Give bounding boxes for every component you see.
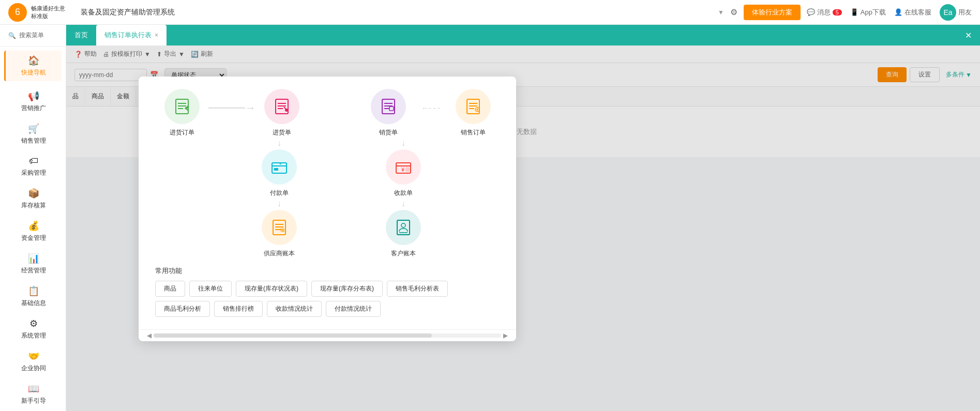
receipt-label: 收款单 xyxy=(394,189,413,197)
scroll-right-icon[interactable]: ▶ xyxy=(503,332,508,339)
sidebar-item-sales[interactable]: 🛒 销售管理 xyxy=(0,118,66,150)
supplier-ledger-label: 供应商账本 xyxy=(264,249,295,258)
marketing-label: 营销推广 xyxy=(21,104,46,113)
supplier-ledger-circle: 账 xyxy=(262,210,297,245)
purchase-icon: 🏷 xyxy=(29,156,38,166)
operations-icon: 📊 xyxy=(28,253,39,264)
message-label: 消息 xyxy=(817,8,831,17)
node-supplier-ledger[interactable]: 账 供应商账本 xyxy=(248,210,310,258)
svg-point-36 xyxy=(401,223,405,227)
workflow-top-row: 进货订单 ─────→ xyxy=(155,89,500,137)
func-btn-sales-margin[interactable]: 销售毛利分析表 xyxy=(387,281,448,297)
sales-slip-icon xyxy=(379,97,398,116)
message-icon: 💬 xyxy=(807,8,815,16)
function-buttons: 商品 往来单位 现存量(库存状况表) 现存量(库存分布表) 销售毛利分析表 商品… xyxy=(155,281,500,317)
modal-body: 进货订单 ─────→ xyxy=(139,77,516,329)
node-purchase-slip[interactable]: 进货单 xyxy=(255,89,309,137)
sidebar-item-finance[interactable]: 💰 资金管理 xyxy=(0,215,66,248)
receipt-icon: ¥ xyxy=(394,158,413,176)
node-receipt[interactable]: ¥ 收款单 xyxy=(372,149,434,197)
message-button[interactable]: 💬 消息 5 xyxy=(807,8,842,17)
arrow-down-payment: ↓ xyxy=(277,137,281,149)
func-btn-contacts[interactable]: 往来单位 xyxy=(189,281,232,297)
user-name: 用友 xyxy=(958,8,972,17)
sidebar: 🔍 搜索菜单 🏠 快捷导航 📢 营销推广 🛒 销售管理 🏷 采购管理 xyxy=(0,25,66,411)
sales-order-circle xyxy=(456,89,491,124)
content-area: 首页 销售订单执行表 × ✕ ❓ 帮助 🖨 xyxy=(66,25,980,411)
func-btn-payment-stats[interactable]: 付款情况统计 xyxy=(326,301,381,317)
func-btn-product-margin[interactable]: 商品毛利分析 xyxy=(155,301,210,317)
tab-sales-order-label: 销售订单执行表 xyxy=(104,31,152,40)
basic-icon: 📋 xyxy=(28,285,39,297)
modal-overlay[interactable]: 进货订单 ─────→ xyxy=(66,45,980,411)
guide-label: 新手引导 xyxy=(21,397,46,405)
experience-button[interactable]: 体验行业方案 xyxy=(744,5,801,20)
app-logo-icon: 6 xyxy=(8,3,27,22)
node-sales-order[interactable]: 销售订单 xyxy=(446,89,500,137)
system-icon: ⚙ xyxy=(29,318,38,329)
sidebar-item-basic[interactable]: 📋 基础信息 xyxy=(0,280,66,313)
node-customer-ledger[interactable]: 客户账本 xyxy=(372,210,434,258)
search-menu-button[interactable]: 🔍 搜索菜单 xyxy=(4,29,62,42)
avatar: Ea xyxy=(940,4,956,21)
app-download-button[interactable]: 📱 App下载 xyxy=(850,8,886,17)
settings-icon[interactable]: ⚙ xyxy=(730,7,737,17)
func-btn-product[interactable]: 商品 xyxy=(155,281,185,297)
sidebar-item-guide[interactable]: 📖 新手引导 xyxy=(0,378,66,410)
user-menu[interactable]: Ea 用友 xyxy=(940,4,972,21)
logo-area: 6 畅康通好生意 标准版 xyxy=(8,3,74,22)
purchase-order-icon xyxy=(173,97,191,116)
arrow-down-receipt: ↓ xyxy=(401,137,405,149)
workflow-diagram: 进货订单 ─────→ xyxy=(155,89,500,258)
sales-order-icon xyxy=(464,97,483,116)
scroll-left-icon[interactable]: ◀ xyxy=(147,332,152,339)
inventory-icon: 📦 xyxy=(28,188,39,199)
system-dropdown-icon[interactable]: ▼ xyxy=(718,9,724,16)
scroll-hint: ◀ ▶ xyxy=(139,329,516,341)
top-actions: 💬 消息 5 📱 App下载 👤 在线客服 Ea 用友 xyxy=(807,4,972,21)
svg-text:账: 账 xyxy=(281,229,285,232)
scroll-track[interactable] xyxy=(154,333,501,338)
common-functions: 常用功能 商品 往来单位 现存量(库存状况表) 现存量(库存分布表) 销售毛利分… xyxy=(155,266,500,317)
tab-home-label: 首页 xyxy=(74,31,88,40)
func-btn-stock-dist[interactable]: 现存量(库存分布表) xyxy=(311,281,383,297)
node-purchase-order[interactable]: 进货订单 xyxy=(155,89,208,137)
shortcut-label: 快捷导航 xyxy=(21,68,46,77)
func-btn-stock-status[interactable]: 现存量(库存状况表) xyxy=(236,281,307,297)
svg-rect-13 xyxy=(389,106,394,111)
sidebar-item-collab[interactable]: 🤝 企业协同 xyxy=(0,345,66,378)
func-btn-receipt-stats[interactable]: 收款情况统计 xyxy=(267,301,322,317)
scroll-thumb xyxy=(154,333,432,338)
workflow-modal: 进货订单 ─────→ xyxy=(139,77,516,341)
sidebar-item-operations[interactable]: 📊 经营管理 xyxy=(0,248,66,280)
sidebar-item-marketing[interactable]: 📢 营销推广 xyxy=(0,85,66,118)
sidebar-item-inventory[interactable]: 📦 库存核算 xyxy=(0,182,66,215)
payment-label: 付款单 xyxy=(270,189,289,197)
func-btn-sales-rank[interactable]: 销售排行榜 xyxy=(214,301,263,317)
node-sales-slip[interactable]: 销货单 xyxy=(362,89,415,137)
sales-slip-circle xyxy=(371,89,406,124)
sales-label: 销售管理 xyxy=(21,136,46,145)
tab-sales-order[interactable]: 销售订单执行表 × xyxy=(96,25,167,45)
app-download-label: App下载 xyxy=(861,8,886,17)
sidebar-item-shortcut[interactable]: 🏠 快捷导航 xyxy=(4,51,62,81)
logo-line2: 标准版 xyxy=(31,12,65,20)
logo-char: 6 xyxy=(15,7,20,18)
workflow-mid-section: ↓ ¥ xyxy=(155,137,500,258)
tab-main-close-button[interactable]: ✕ xyxy=(957,31,980,40)
arrow-sales-order-to-slip: ←- - - xyxy=(415,104,446,112)
sidebar-item-system[interactable]: ⚙ 系统管理 xyxy=(0,313,66,345)
sidebar-search[interactable]: 🔍 搜索菜单 xyxy=(0,25,66,47)
tab-close-icon[interactable]: × xyxy=(155,32,158,39)
tab-home[interactable]: 首页 xyxy=(66,25,96,45)
top-bar: 6 畅康通好生意 标准版 装备及固定资产辅助管理系统 ▼ ⚙ 体验行业方案 💬 … xyxy=(0,0,980,25)
app-container: 6 畅康通好生意 标准版 装备及固定资产辅助管理系统 ▼ ⚙ 体验行业方案 💬 … xyxy=(0,0,980,411)
online-service-button[interactable]: 👤 在线客服 xyxy=(894,8,931,17)
content-body: ❓ 帮助 🖨 按模板打印 ▼ ⬆ 导出 ▼ 🔄 xyxy=(66,45,980,411)
sidebar-item-purchase[interactable]: 🏷 采购管理 xyxy=(0,150,66,182)
sales-slip-label: 销货单 xyxy=(379,128,398,137)
svg-rect-23 xyxy=(274,168,278,171)
operations-label: 经营管理 xyxy=(21,266,46,275)
svg-text:¥: ¥ xyxy=(401,166,405,173)
node-payment[interactable]: ¥ 付款单 xyxy=(248,149,310,197)
